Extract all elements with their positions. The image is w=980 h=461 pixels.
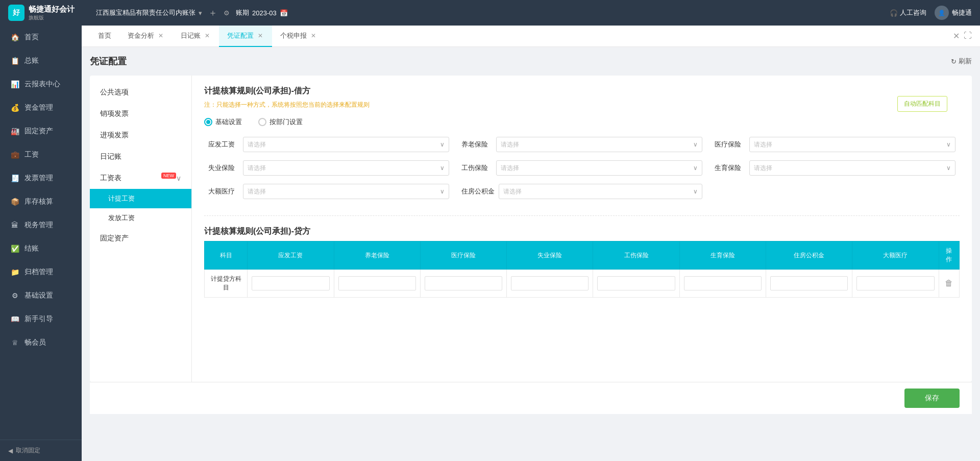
avatar: 👤 (935, 6, 949, 20)
sidebar-item-fund[interactable]: 💰 资金管理 (0, 96, 82, 119)
left-nav-journal[interactable]: 日记账 (90, 146, 191, 167)
tab-journal[interactable]: 日记账 ✕ (173, 26, 219, 47)
archive-icon: 📁 (10, 268, 19, 277)
tab-expand-icon[interactable]: ⛶ (964, 31, 972, 41)
logo-icon: 好 (8, 5, 24, 21)
period-display: 账期 2023-03 📅 (236, 8, 288, 17)
pension-select[interactable]: 请选择 ∨ (496, 137, 702, 152)
form-item-work-injury: 工伤保险 请选择 ∨ (461, 160, 702, 176)
left-nav-pay-salary-label: 发放工资 (108, 214, 135, 222)
td-pension-val (334, 270, 420, 298)
form-item-big-medical: 大额医疗 请选择 ∨ (208, 184, 449, 199)
period-label: 账期 (236, 8, 249, 17)
tab-journal-label: 日记账 (181, 31, 201, 40)
pin-icon: ◀ (8, 447, 13, 454)
delete-row-button[interactable]: 🗑 (945, 279, 953, 287)
sidebar-item-inventory[interactable]: 📦 库存核算 (0, 190, 82, 213)
radio-basic-settings[interactable]: 基础设置 (204, 117, 242, 127)
tab-tax-declare-close[interactable]: ✕ (310, 32, 317, 39)
gross-salary-select[interactable]: 请选择 ∨ (243, 137, 449, 152)
tab-close-all-icon[interactable]: ✕ (953, 31, 960, 41)
headset-icon: 🎧 (890, 9, 898, 17)
th-big-medical: 大额医疗 (852, 241, 939, 270)
tab-journal-close[interactable]: ✕ (204, 32, 211, 39)
unemployment-arrow: ∨ (440, 164, 445, 172)
settings-icon[interactable]: ⚙ (224, 9, 230, 17)
sidebar-label-home: 首页 (24, 33, 39, 42)
work-injury-select[interactable]: 请选择 ∨ (496, 160, 702, 176)
unemployment-select[interactable]: 请选择 ∨ (243, 160, 449, 176)
input-housing[interactable] (770, 276, 848, 290)
sidebar-item-member[interactable]: ♕ 畅会员 (0, 331, 82, 354)
sidebar-label-inventory: 库存核算 (24, 197, 53, 206)
save-button[interactable]: 保存 (904, 389, 960, 408)
user-name: 畅捷通 (952, 8, 972, 17)
sidebar-item-report[interactable]: 📊 云报表中心 (0, 72, 82, 96)
debit-section-note: 注：只能选择一种方式，系统将按照您当前的选择来配置规则 (204, 101, 960, 109)
inner-layout: 公共选项 销项发票 进项发票 日记账 工资表 NEW (90, 76, 972, 382)
tab-home[interactable]: 首页 (90, 26, 119, 47)
td-work-injury-val (593, 270, 679, 298)
big-medical-select[interactable]: 请选择 ∨ (243, 184, 449, 199)
left-nav-fixed-asset[interactable]: 固定资产 (90, 228, 191, 249)
left-nav-payroll-table[interactable]: 工资表 NEW ∨ (90, 167, 191, 189)
left-nav-public[interactable]: 公共选项 (90, 82, 191, 103)
tab-fund-analysis-close[interactable]: ✕ (157, 32, 164, 39)
input-pension[interactable] (338, 276, 416, 290)
user-menu[interactable]: 👤 畅捷通 (935, 6, 972, 20)
housing-fund-select[interactable]: 请选择 ∨ (499, 184, 702, 199)
period-value: 2023-03 (252, 9, 277, 17)
big-medical-label: 大额医疗 (208, 187, 239, 196)
sidebar-item-tax[interactable]: 🏛 税务管理 (0, 213, 82, 237)
debit-auto-match-button[interactable]: 自动匹配科目 (897, 96, 947, 112)
input-birth[interactable] (684, 276, 762, 290)
input-unemployment[interactable] (511, 276, 589, 290)
left-nav-accrual-salary[interactable]: 计提工资 (90, 189, 191, 208)
sidebar-label-fund: 资金管理 (24, 103, 53, 112)
company-select[interactable]: 江西服宝精品有限责任公司内账张 ▾ (96, 8, 202, 17)
left-nav-sales-invoice-label: 销项发票 (100, 109, 129, 117)
sidebar-item-home[interactable]: 🏠 首页 (0, 26, 82, 49)
pension-label: 养老保险 (461, 140, 492, 149)
birth-select[interactable]: 请选择 ∨ (749, 160, 955, 176)
sidebar-item-settings[interactable]: ⚙ 基础设置 (0, 284, 82, 307)
tab-fund-analysis[interactable]: 资金分析 ✕ (119, 26, 173, 47)
sidebar-item-invoice[interactable]: 🧾 发票管理 (0, 166, 82, 190)
tab-tax-declare[interactable]: 个税申报 ✕ (272, 26, 325, 47)
left-nav-purchase-invoice[interactable]: 进项发票 (90, 125, 191, 146)
debit-form-grid: 应发工资 请选择 ∨ 养老保险 请选择 ∨ (204, 137, 960, 199)
radio-group: 基础设置 按部门设置 (204, 117, 960, 127)
input-work-injury[interactable] (597, 276, 675, 290)
calendar-icon[interactable]: 📅 (280, 9, 288, 17)
settings-sidebar-icon: ⚙ (10, 291, 19, 300)
sidebar-item-archive[interactable]: 📁 归档管理 (0, 260, 82, 284)
sidebar-item-ledger[interactable]: 📋 总账 (0, 49, 82, 72)
left-nav-pay-salary[interactable]: 发放工资 (90, 208, 191, 228)
cancel-fixed-button[interactable]: ◀ 取消固定 (0, 440, 82, 461)
tab-voucher-config-close[interactable]: ✕ (257, 32, 264, 39)
left-nav-sales-invoice[interactable]: 销项发票 (90, 103, 191, 125)
company-dropdown-icon: ▾ (199, 9, 202, 17)
sidebar-item-salary[interactable]: 💼 工资 (0, 143, 82, 166)
th-unemployment: 失业保险 (507, 241, 593, 270)
radio-by-dept[interactable]: 按部门设置 (258, 117, 303, 127)
medical-select[interactable]: 请选择 ∨ (749, 137, 955, 152)
refresh-button[interactable]: ↻ 刷新 (951, 57, 972, 66)
sidebar-label-guide: 新手引导 (24, 314, 53, 324)
add-tab-button[interactable]: ＋ (208, 7, 217, 19)
input-medical[interactable] (425, 276, 502, 290)
big-medical-placeholder: 请选择 (248, 187, 266, 196)
sidebar-item-closeaccount[interactable]: ✅ 结账 (0, 237, 82, 260)
housing-fund-label: 住房公积金 (461, 187, 495, 196)
input-big-medical[interactable] (856, 276, 934, 290)
td-operation: 🗑 (939, 270, 959, 298)
topbar: 好 畅捷通好会计 旗舰版 江西服宝精品有限责任公司内账张 ▾ ＋ ⚙ 账期 20… (0, 0, 980, 26)
tab-voucher-config-label: 凭证配置 (227, 31, 254, 40)
left-nav: 公共选项 销项发票 进项发票 日记账 工资表 NEW (90, 76, 192, 382)
service-button[interactable]: 🎧 人工咨询 (890, 8, 926, 17)
radio-basic-label: 基础设置 (215, 117, 242, 127)
input-gross[interactable] (252, 276, 329, 290)
tab-voucher-config[interactable]: 凭证配置 ✕ (219, 26, 272, 47)
sidebar-item-asset[interactable]: 🏭 固定资产 (0, 119, 82, 143)
sidebar-item-guide[interactable]: 📖 新手引导 (0, 307, 82, 331)
